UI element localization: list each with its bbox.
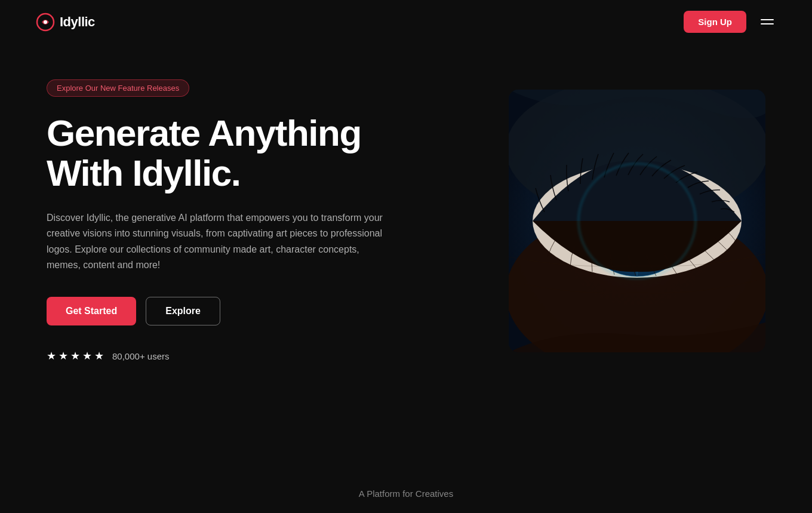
signup-button[interactable]: Sign Up — [684, 11, 746, 33]
svg-point-1 — [44, 20, 47, 24]
logo-link[interactable]: Idyllic — [36, 13, 95, 32]
star-2: ★ — [59, 349, 68, 363]
social-proof: ★ ★ ★ ★ ★ 80,000+ users — [47, 349, 387, 363]
cta-buttons: Get Started Explore — [47, 297, 387, 325]
hero-section: Explore Our New Feature Releases Generat… — [0, 44, 812, 398]
hero-description: Discover Idyllic, the generative AI plat… — [47, 210, 387, 274]
eye-visual — [509, 90, 765, 352]
hero-title-line2: With Idyllic. — [47, 152, 240, 193]
hero-image — [509, 90, 765, 352]
star-5: ★ — [94, 349, 104, 363]
star-rating: ★ ★ ★ ★ ★ — [47, 349, 104, 363]
hamburger-line-2 — [761, 23, 774, 24]
star-4: ★ — [82, 349, 92, 363]
explore-button[interactable]: Explore — [146, 297, 220, 325]
eye-svg — [509, 90, 765, 352]
hamburger-line-1 — [761, 19, 774, 20]
hero-title-line1: Generate Anything — [47, 112, 361, 153]
logo-icon — [36, 13, 55, 32]
logo-text: Idyllic — [60, 14, 95, 30]
nav-actions: Sign Up — [684, 11, 776, 33]
navbar: Idyllic Sign Up — [0, 0, 812, 44]
menu-button[interactable] — [758, 17, 776, 27]
star-3: ★ — [70, 349, 80, 363]
get-started-button[interactable]: Get Started — [47, 297, 136, 325]
tagline-text: A Platform for Creatives — [359, 489, 453, 499]
hero-title: Generate Anything With Idyllic. — [47, 113, 387, 193]
star-1: ★ — [47, 349, 56, 363]
bottom-tagline: A Platform for Creatives — [0, 474, 812, 513]
users-count: 80,000+ users — [112, 351, 170, 361]
feature-badge[interactable]: Explore Our New Feature Releases — [47, 79, 189, 97]
hero-content: Explore Our New Feature Releases Generat… — [47, 79, 387, 363]
